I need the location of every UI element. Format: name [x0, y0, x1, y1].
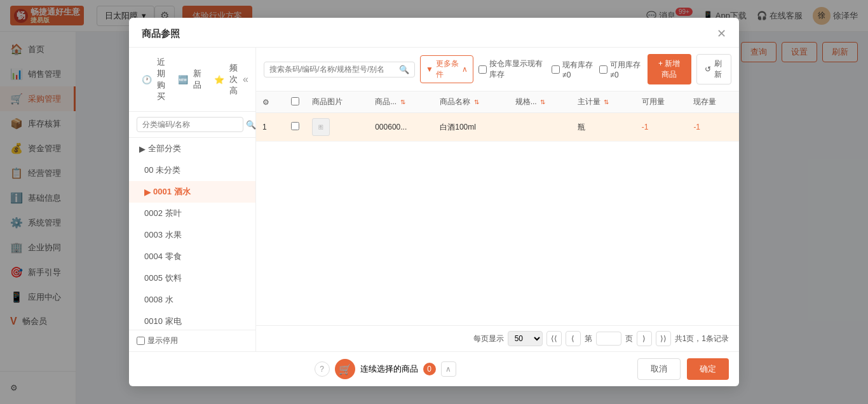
filter-btn[interactable]: ▼ 更多条件 ∧: [420, 55, 473, 83]
add-product-btn[interactable]: + 新增商品: [648, 54, 691, 84]
page-summary: 共1页，1条记录: [675, 333, 729, 344]
modal-close-btn[interactable]: ✕: [717, 27, 726, 41]
cell-stock: -1: [687, 113, 739, 142]
prev-page-btn[interactable]: ⟨: [566, 331, 581, 346]
pagination: 每页显示 50 10 20 100 ⟨⟨ ⟨ 第 1 页 ⟩ ⟩⟩ 共1页，1条…: [256, 325, 739, 351]
refresh-icon: ↺: [705, 65, 711, 74]
category-search-input[interactable]: [137, 117, 243, 132]
cat-item-00[interactable]: 00 未分类: [129, 159, 255, 181]
cat-item-all[interactable]: ▶ 全部分类: [129, 138, 255, 159]
available-checkbox-input[interactable]: [599, 65, 607, 74]
sort-code-icon: ⇅: [400, 98, 405, 105]
col-stock: 现存量: [687, 91, 739, 113]
cat-item-0004[interactable]: 0004 零食: [129, 246, 255, 267]
confirm-btn[interactable]: 确定: [687, 358, 729, 380]
available-checkbox[interactable]: 可用库存≠0: [599, 60, 642, 79]
per-page-select[interactable]: 50 10 20 100: [508, 331, 543, 346]
toolbar-right: + 新增商品 ↺ 刷新: [648, 54, 731, 84]
modal-body: 🕐 近期购买 🆕 新品 ⭐ 频次高 «: [129, 48, 739, 351]
modal-footer: ? 🛒 连续选择的商品 0 ∧ 取消 确定: [129, 351, 739, 386]
cat-item-0010[interactable]: 0010 家电: [129, 311, 255, 330]
warehouse-checkbox[interactable]: 按仓库显示现有库存: [478, 58, 546, 80]
table-row[interactable]: 1 图 000600... 白酒100ml 瓶: [256, 113, 739, 142]
cell-available: -1: [635, 113, 688, 142]
modal-header: 商品参照 ✕: [129, 18, 739, 48]
cat-item-0005[interactable]: 0005 饮料: [129, 267, 255, 289]
col-image: 商品图片: [306, 91, 369, 113]
product-reference-modal: 商品参照 ✕ 🕐 近期购买 🆕 新品: [129, 18, 739, 386]
stock-checkbox-input[interactable]: [552, 65, 560, 74]
sort-unit-icon: ⇅: [604, 98, 609, 105]
cat-item-0001[interactable]: ▶ 0001 酒水: [129, 181, 255, 203]
product-search-icon[interactable]: 🔍: [399, 65, 409, 74]
modal-overlay: 商品参照 ✕ 🕐 近期购买 🆕 新品: [0, 0, 868, 404]
cell-spec: [509, 113, 571, 142]
filter-icon: ▼: [426, 65, 433, 74]
cat-item-0008[interactable]: 0008 水: [129, 289, 255, 311]
search-icon[interactable]: 🔍: [246, 120, 256, 130]
per-page-label: 每页显示: [473, 333, 504, 344]
select-all-checkbox[interactable]: [291, 97, 299, 105]
modal-toolbar: 🔍 ▼ 更多条件 ∧ 按仓库显示现有库存 现有库存≠0: [256, 48, 739, 91]
col-select-all[interactable]: [285, 91, 306, 113]
product-table-wrap: ⚙ 商品图片 商品... ⇅ 商品名称 ⇅: [256, 91, 739, 325]
star-icon: ⭐: [214, 75, 224, 84]
warehouse-checkbox-input[interactable]: [478, 65, 487, 74]
sort-spec-icon: ⇅: [540, 98, 545, 105]
product-table: ⚙ 商品图片 商品... ⇅ 商品名称 ⇅: [256, 91, 739, 142]
last-page-btn[interactable]: ⟩⟩: [656, 331, 671, 346]
tab-frequent[interactable]: ⭐ 频次高: [209, 54, 243, 105]
collapse-panel-btn[interactable]: «: [243, 74, 248, 85]
first-page-btn[interactable]: ⟨⟨: [546, 331, 562, 346]
chevron-up-icon: ∧: [462, 65, 468, 74]
modal-title: 商品参照: [142, 28, 180, 40]
show-disabled-checkbox[interactable]: 显示停用: [137, 335, 248, 346]
cart-btn[interactable]: 🛒: [335, 359, 355, 379]
modal-left-search: 🔍: [129, 112, 255, 138]
product-search-box: 🔍: [264, 62, 415, 77]
cancel-btn[interactable]: 取消: [637, 358, 681, 380]
new-icon: 🆕: [178, 75, 188, 84]
cart-count: 0: [423, 363, 436, 375]
next-page-btn[interactable]: ⟩: [637, 331, 652, 346]
modal-left-tabs: 🕐 近期购买 🆕 新品 ⭐ 频次高 «: [129, 48, 255, 112]
product-search-input[interactable]: [269, 65, 397, 74]
cat-item-0002[interactable]: 0002 茶叶: [129, 203, 255, 224]
footer-right: 取消 确定: [637, 358, 729, 380]
cat-arrow-all: ▶: [139, 144, 146, 154]
col-available: 可用量: [635, 91, 688, 113]
modal-right-panel: 🔍 ▼ 更多条件 ∧ 按仓库显示现有库存 现有库存≠0: [256, 48, 739, 351]
cart-label: 连续选择的商品: [360, 363, 418, 375]
recent-icon: 🕐: [142, 75, 152, 84]
cell-checkbox[interactable]: [285, 113, 306, 142]
cell-num: 1: [256, 113, 285, 142]
tab-new[interactable]: 🆕 新品: [173, 54, 207, 105]
sort-name-icon: ⇅: [474, 98, 479, 105]
footer-center: ? 🛒 连续选择的商品 0 ∧: [139, 359, 631, 379]
col-name[interactable]: 商品名称 ⇅: [433, 91, 508, 113]
col-code[interactable]: 商品... ⇅: [369, 91, 433, 113]
tab-recent[interactable]: 🕐 近期购买: [137, 54, 170, 105]
cell-unit: 瓶: [571, 113, 635, 142]
footer-collapse-btn[interactable]: ∧: [441, 361, 456, 377]
col-settings[interactable]: ⚙: [256, 91, 285, 113]
help-icon[interactable]: ?: [315, 361, 330, 377]
cell-image: 图: [306, 113, 369, 142]
modal-left-panel: 🕐 近期购买 🆕 新品 ⭐ 频次高 «: [129, 48, 256, 351]
cat-item-0003[interactable]: 0003 水果: [129, 224, 255, 246]
refresh-btn[interactable]: ↺ 刷新: [696, 54, 731, 84]
page-input[interactable]: 1: [596, 332, 621, 346]
cell-name: 白酒100ml: [433, 113, 508, 142]
category-list: ▶ 全部分类 00 未分类 ▶ 0001 酒水 0002 茶叶 0003 水果: [129, 138, 255, 330]
row-checkbox[interactable]: [291, 122, 299, 130]
col-unit[interactable]: 主计量 ⇅: [571, 91, 635, 113]
col-spec[interactable]: 规格... ⇅: [509, 91, 571, 113]
show-disabled-input[interactable]: [137, 337, 145, 345]
cell-code: 000600...: [369, 113, 433, 142]
stock-checkbox[interactable]: 现有库存≠0: [552, 60, 594, 79]
cat-arrow-0001: ▶: [144, 187, 151, 197]
product-thumbnail: 图: [312, 118, 330, 136]
